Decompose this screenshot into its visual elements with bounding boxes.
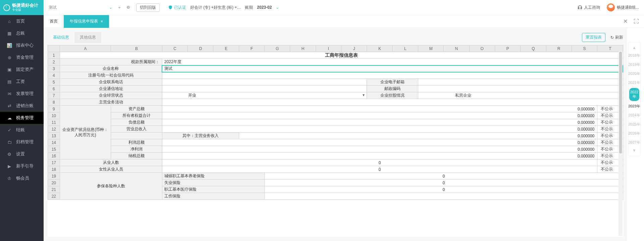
row-header-2[interactable]: 2: [48, 59, 60, 65]
col-header-I[interactable]: I: [316, 45, 341, 52]
company-label-cell[interactable]: 企业名称: [60, 65, 162, 72]
row-header-11[interactable]: 11: [48, 119, 60, 126]
col-header-G[interactable]: G: [265, 45, 290, 52]
col-header-N[interactable]: N: [444, 45, 469, 52]
switch-old-version-button[interactable]: 切到旧版: [136, 3, 160, 12]
row-header-22[interactable]: 22: [48, 193, 60, 200]
nav-item-home[interactable]: ⌂首页: [0, 15, 44, 27]
col-header-O[interactable]: O: [469, 45, 495, 52]
year-2018年[interactable]: 2018年: [628, 51, 640, 60]
row-header-12[interactable]: 12: [48, 126, 60, 133]
col-header-F[interactable]: F: [239, 45, 264, 52]
close-all-tabs-icon[interactable]: ✕: [623, 18, 628, 25]
year-2027年[interactable]: 2027年: [628, 138, 640, 147]
nav-item-member[interactable]: ♔畅会员: [0, 172, 44, 184]
nav-item-tax[interactable]: ☁税务管理: [0, 112, 44, 124]
row-header-6[interactable]: 6: [48, 86, 60, 92]
company-selector[interactable]: 测试 ⌄: [49, 5, 112, 10]
tab-年报信息申报表[interactable]: 年报信息申报表×: [64, 15, 109, 28]
gear-icon[interactable]: ⚙: [126, 5, 130, 10]
nav-item-close[interactable]: ✓结账: [0, 124, 44, 136]
sheet-title[interactable]: 工商年报信息表: [60, 52, 623, 59]
nav-item-salary[interactable]: ▤工资: [0, 76, 44, 88]
col-header-A[interactable]: A: [60, 45, 111, 52]
row-header-8[interactable]: 8: [48, 99, 60, 106]
col-header-B[interactable]: B: [111, 45, 162, 52]
col-header-H[interactable]: H: [290, 45, 316, 52]
company-value-cell[interactable]: 测试: [162, 65, 623, 72]
nav-item-funds[interactable]: ⊛资金管理: [0, 51, 44, 63]
year-2019年[interactable]: 2019年: [628, 60, 640, 69]
corner-cell[interactable]: [48, 45, 60, 52]
spreadsheet[interactable]: ABCDEFGHIJKLMNOPQRST1工商年报信息表2税款所属期间：2022…: [48, 45, 623, 237]
refresh-button[interactable]: ↻ 刷新: [610, 35, 623, 40]
avatar[interactable]: [607, 3, 615, 11]
row-header-19[interactable]: 19: [48, 173, 60, 180]
col-header-J[interactable]: J: [341, 45, 367, 52]
logo[interactable]: 畅捷通好会计 专业版: [0, 0, 44, 15]
vertical-scrollbar[interactable]: [619, 51, 623, 236]
row-header-3[interactable]: 3: [48, 65, 60, 72]
year-2023年[interactable]: 2023年: [628, 102, 640, 111]
year-2022年[interactable]: 2022年: [629, 88, 639, 101]
col-header-S[interactable]: S: [572, 45, 597, 52]
row-header-14[interactable]: 14: [48, 139, 60, 146]
col-header-E[interactable]: E: [213, 45, 239, 52]
sub-tab-其他信息[interactable]: 其他信息: [74, 32, 101, 43]
year-2026年[interactable]: 2026年: [628, 129, 640, 138]
year-2024年[interactable]: 2024年: [628, 111, 640, 120]
nav-item-ledger[interactable]: ▦总账: [0, 27, 44, 39]
user-name[interactable]: 畅捷通B组...: [617, 5, 639, 10]
row-header-15[interactable]: 15: [48, 146, 60, 153]
sub-tab-基础信息[interactable]: 基础信息: [48, 32, 74, 43]
row-header-16[interactable]: 16: [48, 153, 60, 159]
year-down-icon[interactable]: ▼: [628, 147, 640, 154]
col-header-R[interactable]: R: [546, 45, 572, 52]
year-2025年[interactable]: 2025年: [628, 120, 640, 129]
col-header-K[interactable]: K: [367, 45, 392, 52]
row-header-21[interactable]: 21: [48, 186, 60, 193]
nav-item-settings[interactable]: ⚙设置: [0, 148, 44, 160]
nav-item-reports[interactable]: 📊报表中心: [0, 39, 44, 51]
nav-item-guide[interactable]: ▶新手引导: [0, 160, 44, 172]
asset-section-label[interactable]: 企业资产状况信息(币种：人民币万元): [60, 106, 111, 159]
nav-item-invoice[interactable]: ✉发票管理: [0, 88, 44, 100]
year-2020年[interactable]: 2020年: [628, 69, 640, 78]
nav-item-inventory[interactable]: ⇄进销台账: [0, 100, 44, 112]
customer-service-button[interactable]: 人工咨询: [577, 5, 600, 10]
nav-item-archive[interactable]: 🗀归档管理: [0, 136, 44, 148]
row-header-10[interactable]: 10: [48, 112, 60, 119]
period-label-cell[interactable]: 税款所属期间：: [60, 59, 162, 65]
col-header-Q[interactable]: Q: [521, 45, 546, 52]
row-header-18[interactable]: 18: [48, 166, 60, 173]
row-header-13[interactable]: 13: [48, 133, 60, 139]
nav-item-assets[interactable]: ▣固定资产: [0, 63, 44, 76]
tab-首页[interactable]: 首页: [44, 15, 64, 28]
row-header-9[interactable]: 9: [48, 106, 60, 112]
col-header-C[interactable]: C: [162, 45, 187, 52]
period-value[interactable]: 2023-02: [257, 5, 272, 10]
col-header-M[interactable]: M: [418, 45, 443, 52]
year-2021年[interactable]: 2021年: [628, 78, 640, 87]
reg-label-cell[interactable]: 注册号/统一社会信用代码: [60, 72, 162, 79]
business-status-select[interactable]: 开业: [162, 92, 367, 99]
reg-value-cell[interactable]: [162, 72, 623, 79]
insurance-section-label[interactable]: 参保各险种人数: [60, 173, 162, 200]
row-header-17[interactable]: 17: [48, 159, 60, 166]
col-header-L[interactable]: L: [392, 45, 418, 52]
reset-report-button[interactable]: 重置报表: [582, 33, 605, 42]
tab-close-icon[interactable]: ×: [101, 19, 103, 24]
col-header-P[interactable]: P: [495, 45, 520, 52]
col-header-D[interactable]: D: [188, 45, 213, 52]
row-header-7[interactable]: 7: [48, 92, 60, 99]
add-icon[interactable]: ＋: [117, 5, 121, 10]
period-dropdown-icon[interactable]: ⌄: [276, 5, 279, 10]
row-header-5[interactable]: 5: [48, 79, 60, 86]
year-up-icon[interactable]: ▲: [628, 44, 640, 51]
row-header-20[interactable]: 20: [48, 180, 60, 186]
row-header-1[interactable]: 1: [48, 52, 60, 59]
period-value-cell[interactable]: 2022年度: [162, 59, 623, 65]
fullscreen-icon[interactable]: ⛶: [634, 18, 639, 25]
row-header-4[interactable]: 4: [48, 72, 60, 79]
holding-select[interactable]: 私营企业: [418, 92, 623, 99]
